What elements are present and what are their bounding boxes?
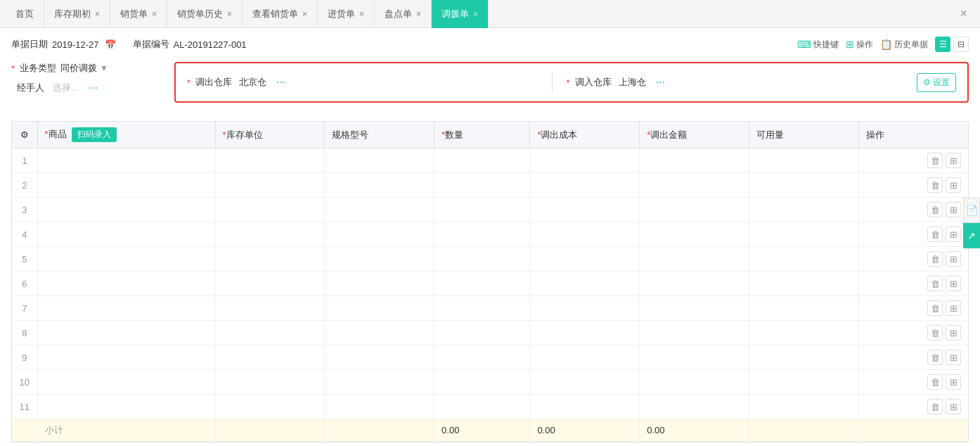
copy-row-btn[interactable]: ⊞ — [946, 399, 961, 414]
copy-row-btn[interactable]: ⊞ — [946, 325, 961, 340]
cell-qty[interactable] — [434, 247, 530, 272]
cell-spec[interactable] — [325, 222, 434, 247]
delete-row-btn[interactable]: 🗑 — [927, 350, 943, 365]
tab-purchase[interactable]: 进货单 × — [318, 0, 375, 28]
out-warehouse-more-btn[interactable]: ··· — [276, 76, 285, 89]
tab-close-sales-order[interactable]: × — [152, 9, 157, 19]
tab-inventory-init[interactable]: 库存期初 × — [44, 0, 110, 28]
tab-transfer[interactable]: 调拨单 × — [432, 0, 489, 28]
cell-qty[interactable] — [434, 345, 530, 370]
calendar-icon[interactable]: 📅 — [105, 39, 116, 50]
delete-row-btn[interactable]: 🗑 — [927, 325, 943, 340]
cell-unit[interactable] — [215, 173, 325, 198]
cell-spec[interactable] — [325, 148, 434, 173]
cell-unit[interactable] — [215, 345, 325, 370]
cell-amount[interactable] — [640, 370, 749, 395]
cell-product[interactable] — [37, 247, 215, 272]
copy-row-btn[interactable]: ⊞ — [946, 374, 961, 390]
cell-product[interactable] — [37, 222, 215, 247]
delete-row-btn[interactable]: 🗑 — [927, 177, 943, 193]
cell-unit[interactable] — [215, 296, 325, 321]
copy-row-btn[interactable]: ⊞ — [946, 202, 961, 217]
in-warehouse-value[interactable]: 上海仓 — [619, 76, 646, 89]
tab-view-sales[interactable]: 查看销货单 × — [243, 0, 318, 28]
copy-row-btn[interactable]: ⊞ — [946, 153, 961, 168]
copy-row-btn[interactable]: ⊞ — [946, 177, 961, 193]
cell-unit[interactable] — [215, 395, 325, 419]
cell-amount[interactable] — [640, 321, 749, 345]
delete-row-btn[interactable]: 🗑 — [927, 251, 943, 267]
shortcut-action[interactable]: ⌨ 快捷键 — [797, 39, 839, 51]
cell-cost[interactable] — [530, 222, 640, 247]
tab-sales-history[interactable]: 销货单历史 × — [167, 0, 243, 28]
operations-action[interactable]: ⊞ 操作 — [846, 39, 873, 51]
cell-unit[interactable] — [215, 222, 325, 247]
tab-close-inventory-check[interactable]: × — [416, 9, 421, 19]
cell-qty[interactable] — [434, 321, 530, 345]
cell-product[interactable] — [37, 272, 215, 296]
cell-product[interactable] — [37, 296, 215, 321]
tab-close-transfer[interactable]: × — [473, 9, 478, 19]
cell-product[interactable] — [37, 370, 215, 395]
delete-row-btn[interactable]: 🗑 — [927, 374, 943, 390]
out-warehouse-value[interactable]: 北京仓 — [239, 76, 266, 89]
cell-cost[interactable] — [530, 272, 640, 296]
cell-amount[interactable] — [640, 148, 749, 173]
cell-cost[interactable] — [530, 247, 640, 272]
cell-spec[interactable] — [325, 395, 434, 419]
cell-amount[interactable] — [640, 395, 749, 419]
cell-qty[interactable] — [434, 222, 530, 247]
cell-cost[interactable] — [530, 148, 640, 173]
copy-row-btn[interactable]: ⊞ — [946, 276, 961, 291]
cell-unit[interactable] — [215, 272, 325, 296]
cell-cost[interactable] — [530, 345, 640, 370]
cell-qty[interactable] — [434, 370, 530, 395]
tab-close-inventory-init[interactable]: × — [95, 9, 100, 19]
cell-unit[interactable] — [215, 247, 325, 272]
cell-unit[interactable] — [215, 198, 325, 222]
cell-qty[interactable] — [434, 198, 530, 222]
cell-amount[interactable] — [640, 272, 749, 296]
tab-home[interactable]: 首页 — [6, 0, 44, 28]
cell-amount[interactable] — [640, 222, 749, 247]
cell-cost[interactable] — [530, 296, 640, 321]
doc-date-value[interactable]: 2019-12-27 — [52, 39, 99, 50]
copy-row-btn[interactable]: ⊞ — [946, 251, 961, 267]
cell-cost[interactable] — [530, 395, 640, 419]
cell-spec[interactable] — [325, 247, 434, 272]
float-doc-btn[interactable]: 📄 — [963, 198, 980, 223]
cell-qty[interactable] — [434, 148, 530, 173]
float-expand-btn[interactable]: ↗ — [963, 223, 980, 248]
cell-qty[interactable] — [434, 296, 530, 321]
cell-amount[interactable] — [640, 198, 749, 222]
cell-cost[interactable] — [530, 321, 640, 345]
delete-row-btn[interactable]: 🗑 — [927, 276, 943, 291]
cell-spec[interactable] — [325, 173, 434, 198]
cell-amount[interactable] — [640, 345, 749, 370]
tab-close-purchase[interactable]: × — [359, 9, 364, 19]
cell-qty[interactable] — [434, 395, 530, 419]
copy-row-btn[interactable]: ⊞ — [946, 350, 961, 365]
copy-row-btn[interactable]: ⊞ — [946, 300, 961, 316]
cell-cost[interactable] — [530, 370, 640, 395]
cell-product[interactable] — [37, 345, 215, 370]
in-warehouse-more-btn[interactable]: ··· — [656, 76, 665, 89]
cell-amount[interactable] — [640, 247, 749, 272]
delete-row-btn[interactable]: 🗑 — [927, 300, 943, 316]
cell-qty[interactable] — [434, 272, 530, 296]
delete-row-btn[interactable]: 🗑 — [927, 227, 943, 242]
tab-sales-order[interactable]: 销货单 × — [110, 0, 167, 28]
cell-amount[interactable] — [640, 173, 749, 198]
cell-product[interactable] — [37, 198, 215, 222]
handler-more-btn[interactable]: ··· — [89, 82, 98, 94]
layout-btn-list[interactable]: ☰ — [935, 37, 950, 52]
delete-row-btn[interactable]: 🗑 — [927, 202, 943, 217]
tab-close-sales-history[interactable]: × — [227, 9, 232, 19]
th-settings[interactable]: ⚙ — [12, 122, 37, 148]
cell-product[interactable] — [37, 321, 215, 345]
delete-row-btn[interactable]: 🗑 — [927, 399, 943, 414]
biz-type-select[interactable]: 同价调拨 ▼ — [60, 62, 145, 75]
cell-product[interactable] — [37, 148, 215, 173]
handler-input[interactable]: 选择... — [53, 82, 79, 94]
cell-spec[interactable] — [325, 370, 434, 395]
